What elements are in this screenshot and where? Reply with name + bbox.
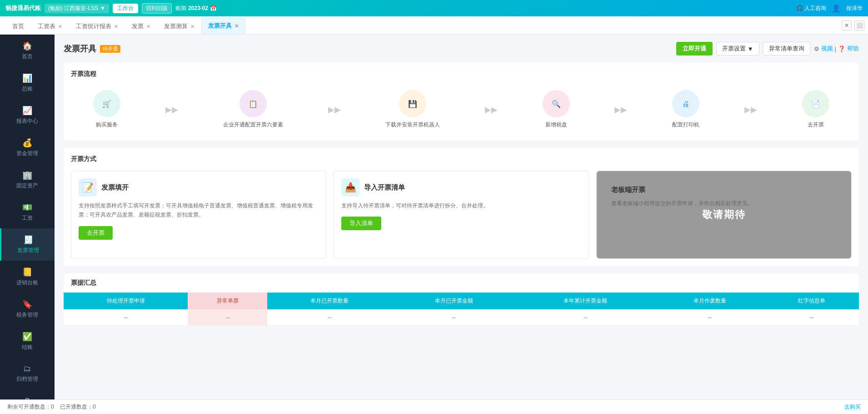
invoice-methods-section: 开票方式 📝 发票填开 支持按照发票样式手工填写开发票；可开具增值税电子普通发票… [64, 148, 859, 266]
sidebar-label-sales: 进销台账 [16, 279, 38, 287]
user-avatar: 👤 [832, 4, 841, 13]
summary-title: 票据汇总 [64, 273, 859, 293]
chevron-down-icon: ▼ [748, 45, 753, 52]
sidebar-item-salary[interactable]: 💵 工资 [0, 196, 55, 228]
import-title: 导入开票清单 [364, 183, 405, 192]
tab-close-all-button[interactable]: ✕ [842, 20, 852, 30]
col-monthly-qty[interactable]: 本月已开票数量 [267, 293, 391, 309]
help-label[interactable]: 帮助 [847, 45, 859, 53]
flow-section-title: 开票流程 [71, 70, 852, 78]
flow-step-issue-label: 去开票 [808, 121, 824, 129]
import-list-button[interactable]: 导入清单 [341, 217, 381, 230]
sidebar-label-tax: 税务管理 [16, 311, 38, 319]
settings-button[interactable]: 开票设置 ▼ [716, 42, 759, 56]
tab-invoice-calc-label: 发票测算 [164, 22, 188, 30]
status-bar: 剩余可开通数盘：0 已开通数盘：0 去购买 [0, 399, 868, 414]
flow-step-taxdisk-label: 新增税盘 [545, 121, 567, 129]
sidebar-item-assets[interactable]: 🏢 固定资产 [0, 164, 55, 196]
go-issue-button[interactable]: 去开票 [79, 226, 113, 240]
funds-icon: 💰 [22, 138, 32, 148]
home-icon: 🏠 [22, 41, 32, 51]
flow-step-config[interactable]: 📋 企业开通配置开票六要素 [223, 90, 283, 129]
period-label: 账期 2023-02 📅 [175, 5, 217, 12]
calendar-icon[interactable]: 📅 [210, 5, 217, 11]
main-layout: 🏠 首页 📊 总账 📈 报表中心 💰 资金管理 🏢 固定资产 💵 工资 🧾 发票… [0, 35, 868, 399]
svg-text:📄: 📄 [811, 100, 820, 108]
sidebar-item-archive[interactable]: 🗂 归档管理 [0, 358, 55, 389]
tab-restore-button[interactable]: ⬜ [854, 20, 864, 30]
sidebar-item-settings[interactable]: ⚙ 设置 [0, 389, 55, 399]
settings-icon: ⚙ [24, 396, 31, 399]
company-selector[interactable]: (勉励) 江西服室-LSS ▼ [45, 4, 109, 13]
sidebar-item-sales[interactable]: 📒 进销台账 [0, 261, 55, 293]
tab-invoice-issue-close[interactable]: ✕ [234, 23, 239, 29]
abnormal-query-button[interactable]: 异常清单查询 [763, 42, 810, 56]
tab-salary-report[interactable]: 工资统计报表 ✕ [69, 18, 125, 34]
flow-step-download[interactable]: 💾 下载并安装开票机器人 [385, 90, 440, 129]
tab-invoice[interactable]: 发票 ✕ [125, 18, 157, 34]
settings-label: 开票设置 [722, 45, 746, 53]
col-red-note[interactable]: 红字信息单 [764, 293, 859, 309]
manual-fill-header: 📝 发票填开 [79, 178, 319, 197]
col-yearly-amt[interactable]: 本年累计开票金额 [516, 293, 655, 309]
printer-icon: 🖨 [672, 90, 699, 117]
tab-salary-report-close[interactable]: ✕ [114, 24, 118, 30]
tab-invoice-issue[interactable]: 发票开具 ✕ [201, 18, 245, 34]
sidebar-item-funds[interactable]: 💰 资金管理 [0, 131, 55, 164]
val-abnormal: -- [188, 309, 267, 326]
col-abnormal[interactable]: 异常单票 [188, 293, 267, 309]
remaining-quota: 剩余可开通数盘：0 [7, 404, 54, 410]
col-void-qty[interactable]: 本月作废数量 [655, 293, 765, 309]
sidebar-item-close[interactable]: ✅ 结账 [0, 325, 55, 358]
app-logo: 畅捷通易代账 [5, 4, 41, 12]
tab-salary-close[interactable]: ✕ [58, 24, 62, 30]
support-label[interactable]: 🎧 人工咨询 [796, 5, 826, 12]
username[interactable]: 徐泽华 [846, 5, 863, 12]
top-bar-right: 🎧 人工咨询 👤 徐泽华 [796, 4, 863, 13]
flow-step-buy[interactable]: 🛒 购买服务 [93, 90, 120, 129]
workstation-button[interactable]: 工作台 [113, 4, 138, 13]
sidebar: 🏠 首页 📊 总账 📈 报表中心 💰 资金管理 🏢 固定资产 💵 工资 🧾 发票… [0, 35, 55, 399]
flow-step-buy-label: 购买服务 [96, 121, 118, 129]
tab-salary[interactable]: 工资表 ✕ [31, 18, 69, 34]
old-card-desc: 查看老板端小程序提交的开票申请，并作出相应处理意见。 [611, 199, 837, 208]
sidebar-item-reports[interactable]: 📈 报表中心 [0, 99, 55, 131]
goto-purchase-button[interactable]: 去购买 [844, 403, 861, 411]
import-icon: 📥 [341, 178, 359, 197]
tab-invoice-close[interactable]: ✕ [146, 24, 150, 30]
flow-step-printer[interactable]: 🖨 配置打印机 [672, 90, 699, 129]
config-icon: 📋 [239, 90, 267, 117]
tab-bar-actions: ✕ ⬜ [842, 20, 864, 30]
invoice-flow-section: 开票流程 🛒 购买服务 ▶▶ [64, 63, 859, 141]
svg-text:🖨: 🖨 [682, 100, 689, 108]
summary-section: 票据汇总 待处理开票申请 异常单票 本月已开票数量 本月已开票金额 本年累计开票… [64, 273, 859, 326]
immediate-open-button[interactable]: 立即开通 [676, 42, 713, 56]
dropdown-icon: ▼ [100, 5, 105, 11]
col-pending[interactable]: 待处理开票申请 [64, 293, 188, 309]
flow-arrow-5: ▶▶ [744, 105, 757, 115]
invoice-mgmt-icon: 🧾 [23, 235, 33, 245]
flow-step-issue[interactable]: 📄 去开票 [802, 90, 829, 129]
flow-step-taxdisk[interactable]: 🔍 新增税盘 [543, 90, 570, 129]
sidebar-item-invoice-mgmt[interactable]: 🧾 发票管理 [0, 228, 55, 261]
svg-text:🔍: 🔍 [552, 100, 561, 108]
opened-quota: 已开通数盘：0 [60, 404, 96, 410]
flow-step-config-label: 企业开通配置开票六要素 [223, 121, 283, 129]
tab-home[interactable]: 首页 [5, 18, 31, 34]
switch-version-button[interactable]: 切到旧版 [142, 3, 172, 14]
tab-invoice-calc-close[interactable]: ✕ [190, 24, 195, 30]
val-monthly-amt: -- [392, 309, 516, 326]
view-label[interactable]: 视频 [821, 45, 833, 53]
sidebar-item-tax[interactable]: 🔖 税务管理 [0, 293, 55, 325]
summary-table: 待处理开票申请 异常单票 本月已开票数量 本月已开票金额 本年累计开票金额 本月… [64, 293, 859, 326]
top-bar-left: 畅捷通易代账 (勉励) 江西服室-LSS ▼ 工作台 切到旧版 账期 2023-… [5, 3, 217, 14]
tax-icon: 🔖 [22, 299, 32, 309]
flow-arrow-1: ▶▶ [165, 105, 178, 115]
video-icon: ⚙ [814, 45, 819, 52]
headset-icon: 🎧 [796, 5, 803, 11]
assets-icon: 🏢 [22, 170, 32, 180]
tab-invoice-calc[interactable]: 发票测算 ✕ [157, 18, 201, 34]
sidebar-item-home[interactable]: 🏠 首页 [0, 35, 55, 67]
sidebar-item-ledger[interactable]: 📊 总账 [0, 67, 55, 99]
col-monthly-amt[interactable]: 本月已开票金额 [392, 293, 516, 309]
